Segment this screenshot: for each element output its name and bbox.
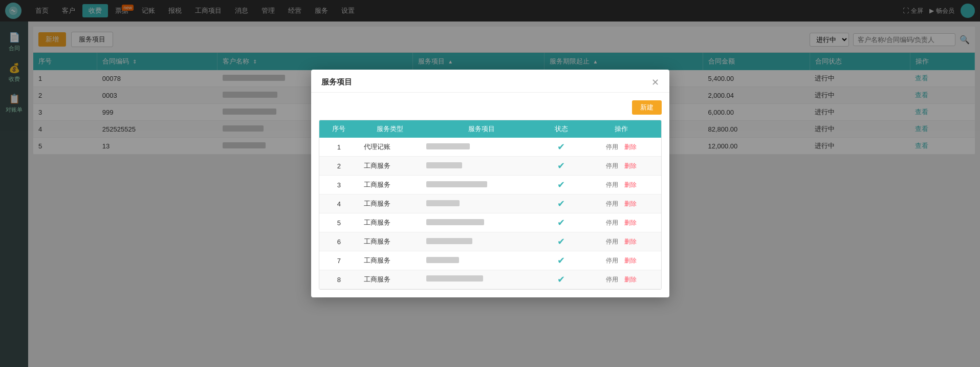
service-item-name: 1	[421, 138, 541, 157]
status-check-icon: ✔	[557, 255, 565, 266]
service-item-name: ██	[421, 213, 541, 232]
service-ops: 停用删除	[581, 270, 661, 289]
delete-button[interactable]: 删除	[621, 199, 640, 209]
list-item: 7工商服务██✔停用删除	[319, 251, 661, 270]
stop-button[interactable]: 停用	[603, 255, 621, 266]
scol-seq: 序号	[319, 120, 359, 138]
delete-button[interactable]: 删除	[621, 218, 640, 228]
delete-button[interactable]: 删除	[621, 236, 640, 247]
status-check-icon: ✔	[557, 142, 565, 152]
scol-item: 服务项目	[421, 120, 541, 138]
list-item: 5工商服务██✔停用删除	[319, 213, 661, 232]
service-seq: 6	[319, 232, 359, 251]
service-seq: 5	[319, 213, 359, 232]
delete-button[interactable]: 删除	[621, 180, 640, 190]
list-item: 6工商服务██✔停用删除	[319, 232, 661, 251]
service-seq: 3	[319, 176, 359, 195]
service-ops: 停用删除	[581, 232, 661, 251]
modal-overlay: 服务项目 ✕ 新建 序号 服务类型 服务项目 状态 操作	[0, 0, 980, 367]
service-table: 序号 服务类型 服务项目 状态 操作 1代理记账1✔停用删除2工商服务██✔停用…	[319, 120, 661, 289]
service-item-name: ██	[421, 157, 541, 176]
service-type: 工商服务	[359, 232, 421, 251]
service-status: ✔	[541, 270, 581, 289]
service-type: 代理记账	[359, 138, 421, 157]
service-seq: 2	[319, 157, 359, 176]
service-seq: 7	[319, 251, 359, 270]
status-check-icon: ✔	[557, 161, 565, 171]
service-table-wrap: 序号 服务类型 服务项目 状态 操作 1代理记账1✔停用删除2工商服务██✔停用…	[319, 120, 662, 290]
service-ops: 停用删除	[581, 138, 661, 157]
delete-button[interactable]: 删除	[621, 142, 640, 153]
service-ops: 停用删除	[581, 213, 661, 232]
service-status: ✔	[541, 213, 581, 232]
dialog-close-button[interactable]: ✕	[651, 78, 659, 87]
service-status: ✔	[541, 176, 581, 195]
dialog-body: 新建 序号 服务类型 服务项目 状态 操作 1代理记账1✔停用删除2工商服务	[311, 93, 669, 297]
status-check-icon: ✔	[557, 199, 565, 209]
service-type: 工商服务	[359, 157, 421, 176]
stop-button[interactable]: 停用	[603, 199, 621, 209]
delete-button[interactable]: 删除	[621, 274, 640, 285]
list-item: 3工商服务██✔停用删除	[319, 176, 661, 195]
scol-status: 状态	[541, 120, 581, 138]
service-status: ✔	[541, 195, 581, 213]
status-check-icon: ✔	[557, 218, 565, 228]
list-item: 2工商服务██✔停用删除	[319, 157, 661, 176]
service-status: ✔	[541, 232, 581, 251]
service-item-name: ██	[421, 195, 541, 213]
service-status: ✔	[541, 138, 581, 157]
service-table-header: 序号 服务类型 服务项目 状态 操作	[319, 120, 661, 138]
dialog-toolbar: 新建	[319, 100, 662, 115]
scol-type: 服务类型	[359, 120, 421, 138]
service-dialog: 服务项目 ✕ 新建 序号 服务类型 服务项目 状态 操作	[311, 70, 669, 297]
service-status: ✔	[541, 157, 581, 176]
service-type: 工商服务	[359, 251, 421, 270]
service-item-name: 注册	[421, 270, 541, 289]
stop-button[interactable]: 停用	[603, 161, 621, 171]
dialog-header: 服务项目 ✕	[311, 70, 669, 93]
delete-button[interactable]: 删除	[621, 255, 640, 266]
list-item: 1代理记账1✔停用删除	[319, 138, 661, 157]
new-service-button[interactable]: 新建	[632, 100, 662, 115]
dialog-title: 服务项目	[321, 77, 352, 87]
delete-button[interactable]: 删除	[621, 161, 640, 171]
service-seq: 1	[319, 138, 359, 157]
service-status: ✔	[541, 251, 581, 270]
stop-button[interactable]: 停用	[603, 274, 621, 285]
list-item: 8工商服务注册✔停用删除	[319, 270, 661, 289]
list-item: 4工商服务██✔停用删除	[319, 195, 661, 213]
status-check-icon: ✔	[557, 274, 565, 285]
service-ops: 停用删除	[581, 251, 661, 270]
service-item-name: ██	[421, 232, 541, 251]
service-ops: 停用删除	[581, 195, 661, 213]
scol-action: 操作	[581, 120, 661, 138]
status-check-icon: ✔	[557, 236, 565, 247]
service-type: 工商服务	[359, 195, 421, 213]
service-item-name: ██	[421, 251, 541, 270]
status-check-icon: ✔	[557, 180, 565, 190]
stop-button[interactable]: 停用	[603, 236, 621, 247]
service-type: 工商服务	[359, 176, 421, 195]
service-ops: 停用删除	[581, 176, 661, 195]
service-ops: 停用删除	[581, 157, 661, 176]
service-table-body: 1代理记账1✔停用删除2工商服务██✔停用删除3工商服务██✔停用删除4工商服务…	[319, 138, 661, 289]
service-type: 工商服务	[359, 213, 421, 232]
service-item-name: ██	[421, 176, 541, 195]
stop-button[interactable]: 停用	[603, 142, 621, 153]
service-seq: 4	[319, 195, 359, 213]
service-type: 工商服务	[359, 270, 421, 289]
stop-button[interactable]: 停用	[603, 218, 621, 228]
service-seq: 8	[319, 270, 359, 289]
stop-button[interactable]: 停用	[603, 180, 621, 190]
